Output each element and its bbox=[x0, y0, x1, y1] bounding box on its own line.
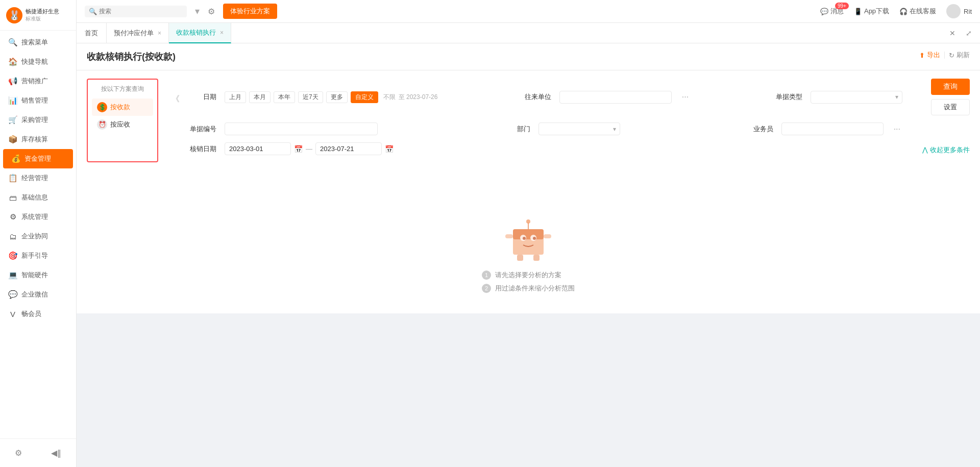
topbar-dropdown-icon[interactable]: ▾ bbox=[195, 6, 200, 17]
bill-type-select[interactable] bbox=[811, 91, 902, 104]
solution-button[interactable]: 体验行业方案 bbox=[223, 4, 277, 19]
sidebar-item-label: 企业协同 bbox=[21, 232, 48, 241]
receipt-icon: 💲 bbox=[97, 102, 107, 112]
inventory-icon: 📦 bbox=[8, 135, 17, 144]
empty-illustration bbox=[498, 211, 559, 262]
sidebar-item-label: 资金管理 bbox=[24, 154, 51, 163]
finance-icon: 💰 bbox=[11, 154, 20, 163]
sidebar-item-guide[interactable]: 🎯 新手引导 bbox=[0, 246, 76, 265]
staff-more-icon[interactable]: ··· bbox=[894, 125, 900, 134]
gear-icon[interactable]: ⚙ bbox=[208, 7, 215, 16]
date-btn-this-year[interactable]: 本年 bbox=[274, 91, 295, 103]
content-body: 1 请先选择要分析的方案 2 用过滤条件来缩小分析范围 bbox=[77, 170, 980, 313]
sidebar-item-vip[interactable]: V 畅会员 bbox=[0, 304, 76, 324]
filter-option-by-receipt[interactable]: 💲 按收款 bbox=[92, 99, 153, 116]
bill-type-label: 单据类型 bbox=[772, 92, 802, 102]
sidebar-item-label: 快捷导航 bbox=[21, 57, 48, 66]
refresh-icon: ↻ bbox=[949, 52, 954, 59]
app-download-link[interactable]: 📱 App下载 bbox=[854, 7, 889, 16]
query-button[interactable]: 查询 bbox=[931, 79, 970, 95]
search-input[interactable] bbox=[99, 8, 170, 15]
app-icon: 📱 bbox=[854, 8, 862, 15]
wechat-icon: 💬 bbox=[8, 290, 17, 299]
cal-icon-end[interactable]: 📅 bbox=[385, 145, 394, 153]
sidebar-item-hardware[interactable]: 💻 智能硬件 bbox=[0, 265, 76, 285]
setting-button[interactable]: 设置 bbox=[931, 99, 970, 115]
date-btn-custom[interactable]: 自定义 bbox=[351, 91, 378, 103]
sidebar-item-operations[interactable]: 📋 经营管理 bbox=[0, 168, 76, 188]
message-badge: 99+ bbox=[835, 3, 849, 9]
sidebar-item-system[interactable]: ⚙ 系统管理 bbox=[0, 207, 76, 227]
tab-verify[interactable]: 收款核销执行 × bbox=[169, 23, 231, 43]
refresh-button[interactable]: ↻ 刷新 bbox=[949, 51, 970, 60]
tab-prepay-close[interactable]: × bbox=[158, 23, 161, 43]
sidebar-item-quick-nav[interactable]: 🏠 快捷导航 bbox=[0, 52, 76, 71]
sidebar: 🐰 畅捷通好生意 标准版 🔍 搜索菜单 🏠 快捷导航 📢 营销推广 📊 销售管理… bbox=[0, 0, 77, 467]
verify-date-group: 📅 — 📅 bbox=[225, 142, 394, 155]
home-icon: 🏠 bbox=[8, 57, 17, 66]
sidebar-item-inventory[interactable]: 📦 库存核算 bbox=[0, 130, 76, 149]
page-title: 收款核销执行(按收款) bbox=[87, 51, 176, 70]
tab-expand-btn[interactable]: ⤢ bbox=[962, 26, 976, 40]
verify-date-start[interactable] bbox=[225, 142, 291, 155]
empty-tips: 1 请先选择要分析的方案 2 用过滤条件来缩小分析范围 bbox=[482, 271, 575, 293]
filter-sidebar-title: 按以下方案查询 bbox=[92, 85, 153, 93]
sidebar-item-finance[interactable]: 💰 资金管理 bbox=[3, 149, 73, 168]
sidebar-item-basic-info[interactable]: 🗃 基础信息 bbox=[0, 188, 76, 207]
sidebar-item-label: 智能硬件 bbox=[21, 271, 48, 280]
page-header-actions: ⬆ 导出 ↻ 刷新 bbox=[919, 51, 970, 67]
action-buttons: 查询 设置 bbox=[931, 79, 970, 115]
tab-verify-close[interactable]: × bbox=[220, 22, 224, 43]
sidebar-item-label: 营销推广 bbox=[21, 77, 48, 86]
cal-icon-start[interactable]: 📅 bbox=[294, 145, 303, 153]
vip-icon: V bbox=[8, 310, 17, 318]
filter-collapse-button[interactable]: 《 bbox=[170, 94, 181, 105]
logo: 🐰 畅捷通好生意 标准版 bbox=[0, 0, 76, 31]
filter-option-by-receivable[interactable]: ⏰ 按应收 bbox=[92, 116, 153, 133]
sidebar-item-wechat[interactable]: 💬 企业微信 bbox=[0, 285, 76, 304]
collapse-sidebar-btn[interactable]: ◀‖ bbox=[45, 444, 67, 462]
receivable-icon: ⏰ bbox=[97, 119, 107, 130]
sidebar-item-marketing[interactable]: 📢 营销推广 bbox=[0, 71, 76, 91]
date-btn-more[interactable]: 更多 bbox=[326, 91, 348, 103]
dept-select[interactable] bbox=[538, 122, 620, 135]
collapse-more-button[interactable]: ⋀ 收起更多条件 bbox=[922, 145, 970, 155]
counterparty-input[interactable] bbox=[559, 91, 672, 104]
export-icon: ⬆ bbox=[919, 52, 925, 59]
filter-main: 日期 上月 本月 本年 近7天 更多 自定义 不限 至 2023-07-26 往… bbox=[186, 79, 970, 162]
hardware-icon: 💻 bbox=[8, 271, 17, 280]
sidebar-item-label: 经营管理 bbox=[21, 174, 48, 183]
tabbar-actions: ✕ ⤢ bbox=[945, 26, 980, 40]
date-label: 日期 bbox=[186, 92, 216, 102]
bill-no-input[interactable] bbox=[225, 122, 378, 135]
date-btn-7days[interactable]: 近7天 bbox=[298, 91, 323, 103]
filter-sidebar: 按以下方案查询 💲 按收款 ⏰ 按应收 bbox=[87, 79, 158, 162]
sidebar-item-purchase[interactable]: 🛒 采购管理 bbox=[0, 110, 76, 130]
svg-point-7 bbox=[526, 219, 530, 224]
user-info[interactable]: Rit bbox=[946, 4, 972, 18]
page-content: 收款核销执行(按收款) ⬆ 导出 ↻ 刷新 按以下方案查询 💲 按 bbox=[77, 43, 980, 467]
sidebar-item-search[interactable]: 🔍 搜索菜单 bbox=[0, 33, 76, 52]
system-icon: ⚙ bbox=[8, 212, 17, 222]
counterparty-more-icon[interactable]: ··· bbox=[682, 92, 689, 102]
tip-num-2: 2 bbox=[482, 284, 491, 293]
settings-icon[interactable]: ⚙ bbox=[9, 444, 28, 462]
tab-prepay[interactable]: 预付冲应付单 × bbox=[107, 23, 169, 43]
staff-input[interactable] bbox=[781, 122, 884, 135]
sidebar-bottom: ⚙ ◀‖ bbox=[0, 438, 76, 467]
sidebar-item-sales[interactable]: 📊 销售管理 bbox=[0, 91, 76, 110]
date-btn-this-month[interactable]: 本月 bbox=[249, 91, 271, 103]
tab-home[interactable]: 首页 bbox=[77, 23, 107, 43]
online-service-link[interactable]: 🎧 在线客服 bbox=[899, 7, 936, 16]
message-button[interactable]: 💬 消息 99+ bbox=[820, 7, 844, 16]
verify-date-end[interactable] bbox=[315, 142, 382, 155]
message-icon: 💬 bbox=[820, 8, 828, 15]
tab-close-btn[interactable]: ✕ bbox=[945, 26, 960, 40]
svg-point-5 bbox=[533, 237, 536, 240]
sidebar-item-enterprise[interactable]: 🗂 企业协同 bbox=[0, 227, 76, 246]
svg-rect-8 bbox=[505, 234, 513, 238]
search-box[interactable]: 🔍 bbox=[85, 6, 187, 17]
export-button[interactable]: ⬆ 导出 bbox=[919, 51, 940, 60]
sidebar-nav: 🔍 搜索菜单 🏠 快捷导航 📢 营销推广 📊 销售管理 🛒 采购管理 📦 库存核… bbox=[0, 31, 76, 438]
date-btn-last-month[interactable]: 上月 bbox=[225, 91, 246, 103]
